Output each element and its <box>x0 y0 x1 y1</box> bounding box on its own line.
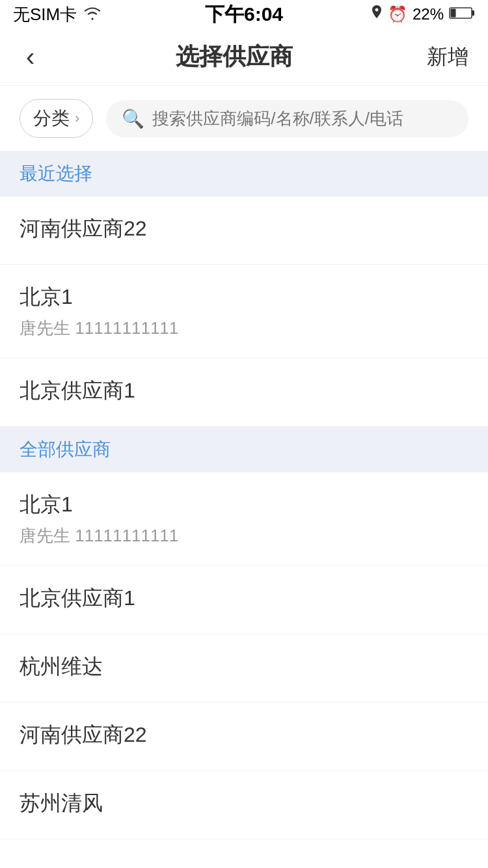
svg-rect-2 <box>451 9 456 18</box>
recent-list: 河南供应商22北京1唐先生 11111111111北京供应商1 <box>0 197 488 427</box>
nav-bar: ‹ 选择供应商 新增 <box>0 29 488 86</box>
add-button[interactable]: 新增 <box>427 43 468 72</box>
list-item[interactable]: 苏州清风 <box>0 771 488 839</box>
recent-section-header: 最近选择 <box>0 151 488 197</box>
item-name: 河南供应商22 <box>20 215 468 243</box>
status-bar: 无SIM卡 下午6:04 ⏰ 22% <box>0 0 488 29</box>
carrier-label: 无SIM卡 <box>13 3 77 26</box>
list-item[interactable]: 河南供应商22 <box>0 703 488 771</box>
alarm-icon: ⏰ <box>388 5 407 23</box>
back-button[interactable]: ‹ <box>20 36 41 78</box>
list-item[interactable]: 北京1唐先生 11111111111 <box>0 472 488 566</box>
item-sub: 唐先生 11111111111 <box>20 317 468 340</box>
category-filter-button[interactable]: 分类 › <box>20 99 93 138</box>
item-name: 北京1 <box>20 491 468 519</box>
list-item[interactable]: 河南供应商22 <box>0 197 488 265</box>
all-section-header: 全部供应商 <box>0 427 488 472</box>
list-item[interactable]: 杭州维达 <box>0 634 488 703</box>
search-box: 🔍 <box>106 100 468 137</box>
status-time: 下午6:04 <box>205 1 283 28</box>
svg-rect-1 <box>472 10 474 16</box>
search-input[interactable] <box>152 109 453 129</box>
chevron-right-icon: › <box>75 110 79 127</box>
item-name: 河南供应商22 <box>20 721 468 750</box>
status-right: ⏰ 22% <box>371 5 475 23</box>
filter-bar: 分类 › 🔍 <box>0 86 488 151</box>
wifi-icon <box>83 5 102 25</box>
item-name: 北京1 <box>20 283 468 312</box>
item-name: 北京供应商1 <box>20 584 468 613</box>
battery-icon <box>449 5 475 23</box>
location-icon <box>371 5 383 23</box>
category-label: 分类 <box>33 106 70 131</box>
list-item[interactable]: 北京1唐先生 11111111111 <box>0 265 488 359</box>
item-name: 苏州清风 <box>20 789 468 818</box>
item-name: 杭州维达 <box>20 653 468 681</box>
page-title: 选择供应商 <box>176 41 293 73</box>
status-left: 无SIM卡 <box>13 3 102 26</box>
list-item[interactable]: 北京供应商1 <box>0 566 488 634</box>
item-name: 北京供应商1 <box>20 377 468 405</box>
list-item[interactable]: 北京供应商1 <box>0 359 488 427</box>
battery-label: 22% <box>413 5 444 23</box>
all-list: 北京1唐先生 11111111111北京供应商1杭州维达河南供应商22苏州清风 <box>0 472 488 839</box>
search-icon: 🔍 <box>122 108 144 129</box>
item-sub: 唐先生 11111111111 <box>20 524 468 547</box>
